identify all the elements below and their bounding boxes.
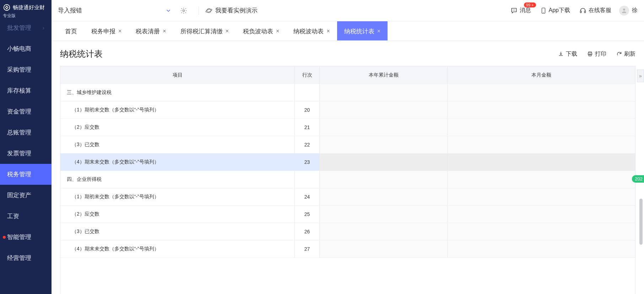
table-row[interactable]: （1）期初未交数（多交数以“-”号填列）20 xyxy=(60,101,635,119)
scrollbar[interactable] xyxy=(639,199,643,245)
tab[interactable]: 税务申报× xyxy=(84,21,129,41)
sidebar-item[interactable]: 小畅电商 xyxy=(0,38,52,59)
brand-name: 畅捷通好业财 xyxy=(13,4,45,11)
sidebar-nav: 批发管理 › 小畅电商采购管理库存核算资金管理总账管理发票管理税务管理固定资产工… xyxy=(0,22,52,294)
close-icon[interactable]: × xyxy=(276,28,279,34)
table-row[interactable]: （3）已交数22 xyxy=(60,136,635,154)
sidebar-item[interactable]: 工资 xyxy=(0,206,52,227)
sidebar-item[interactable]: 发票管理 xyxy=(0,143,52,164)
svg-rect-15 xyxy=(589,54,591,56)
col-header-month: 本月金额 xyxy=(448,66,635,84)
svg-rect-10 xyxy=(580,11,581,12)
tabs: 首页税务申报×税表清册×所得税汇算清缴×税负波动表×纳税波动表×纳税统计表× xyxy=(52,21,644,41)
messages-badge: 99 + xyxy=(524,2,536,7)
tab[interactable]: 税表清册× xyxy=(129,21,173,41)
expand-handle[interactable]: » xyxy=(637,70,644,82)
avatar[interactable] xyxy=(619,6,629,16)
sidebar-item[interactable]: 税务管理 xyxy=(0,164,52,185)
content: 纳税统计表 下载 打印 刷新 xyxy=(52,41,644,294)
svg-point-1 xyxy=(6,7,7,8)
svg-point-4 xyxy=(205,8,212,13)
svg-point-6 xyxy=(514,10,514,10)
tab[interactable]: 首页 xyxy=(58,21,84,41)
print-button[interactable]: 打印 xyxy=(587,50,606,58)
sidebar: 畅捷通好业财 专业版 批发管理 › 小畅电商采购管理库存核算资金管理总账管理发票… xyxy=(0,0,52,294)
print-icon xyxy=(587,51,593,57)
table-row[interactable]: （1）期初未交数（多交数以“-”号填列）24 xyxy=(60,188,635,206)
svg-point-9 xyxy=(543,12,544,13)
close-icon[interactable]: × xyxy=(226,28,229,34)
col-header-item: 项目 xyxy=(60,66,295,84)
username: 徐 xyxy=(632,7,638,14)
svg-rect-11 xyxy=(584,11,585,12)
table-row[interactable]: （4）期末未交数（多交数以“-”号填列）27 xyxy=(60,240,635,258)
table-row[interactable]: （3）已交数26 xyxy=(60,223,635,240)
svg-point-7 xyxy=(514,10,515,10)
notification-dot-icon xyxy=(3,236,6,239)
close-icon[interactable]: × xyxy=(377,28,380,34)
brand-edition: 专业版 xyxy=(0,13,52,22)
gear-icon[interactable] xyxy=(180,7,187,14)
table-row[interactable]: 四、企业所得税 xyxy=(60,171,635,188)
demo-link[interactable]: 我要看实例演示 xyxy=(205,6,258,15)
col-header-year: 本年累计金额 xyxy=(320,66,448,84)
close-icon[interactable]: × xyxy=(118,28,121,34)
divider xyxy=(199,6,199,15)
table-body: 三、城乡维护建设税（1）期初未交数（多交数以“-”号填列）20（2）应交数21（… xyxy=(60,84,635,294)
sidebar-item[interactable]: 库存核算 xyxy=(0,80,52,101)
sidebar-item[interactable]: 采购管理 xyxy=(0,59,52,80)
messages-button[interactable]: 消息 99 + xyxy=(510,7,531,14)
headset-icon xyxy=(579,7,586,14)
sidebar-item-cut[interactable]: 批发管理 › xyxy=(0,22,52,38)
refresh-icon xyxy=(616,51,622,57)
support-button[interactable]: 在线客服 xyxy=(579,7,611,14)
app-download-button[interactable]: App下载 xyxy=(540,7,570,14)
chevron-right-icon: » xyxy=(639,73,642,79)
context-select[interactable]: 导入报错 xyxy=(58,6,175,15)
close-icon[interactable]: × xyxy=(326,28,330,34)
svg-point-2 xyxy=(183,10,185,11)
sidebar-item[interactable]: 总账管理 xyxy=(0,122,52,143)
main: 导入报错 我要看实例演示 消息 99 + xyxy=(52,0,644,294)
chevron-down-icon xyxy=(165,7,172,14)
sidebar-item[interactable]: 经营管理 xyxy=(0,248,52,268)
table-row[interactable]: （2）应交数21 xyxy=(60,119,635,136)
svg-point-12 xyxy=(623,9,625,11)
phone-icon xyxy=(540,7,547,14)
brand-logo-icon xyxy=(3,4,11,11)
refresh-button[interactable]: 刷新 xyxy=(616,50,635,58)
year-tag[interactable]: 202 xyxy=(632,175,644,183)
table-row[interactable]: （2）应交数25 xyxy=(60,206,635,223)
tab[interactable]: 税负波动表× xyxy=(236,21,286,41)
download-icon xyxy=(558,51,564,57)
tab[interactable]: 所得税汇算清缴× xyxy=(173,21,236,41)
tab[interactable]: 纳税统计表× xyxy=(337,21,388,41)
planet-icon xyxy=(205,7,212,14)
table-row[interactable]: 三、城乡维护建设税 xyxy=(60,84,635,101)
chevron-icon: › xyxy=(42,24,44,32)
page-header: 纳税统计表 下载 打印 刷新 xyxy=(60,41,635,66)
context-select-label: 导入报错 xyxy=(58,6,82,15)
sidebar-item[interactable]: 固定资产 xyxy=(0,185,52,206)
download-button[interactable]: 下载 xyxy=(558,50,577,58)
tab[interactable]: 纳税波动表× xyxy=(286,21,337,41)
sidebar-item[interactable]: 智能管理 xyxy=(0,227,52,248)
close-icon[interactable]: × xyxy=(163,28,166,34)
table-row[interactable]: （4）期末未交数（多交数以“-”号填列）23 xyxy=(60,154,635,171)
col-header-line: 行次 xyxy=(295,66,320,84)
table-header: 项目 行次 本年累计金额 本月金额 xyxy=(60,66,635,84)
message-icon xyxy=(510,7,518,14)
sidebar-item[interactable]: 资金管理 xyxy=(0,101,52,122)
tax-table: 项目 行次 本年累计金额 本月金额 三、城乡维护建设税（1）期初未交数（多交数以… xyxy=(60,66,635,294)
brand: 畅捷通好业财 xyxy=(0,0,52,13)
topbar: 导入报错 我要看实例演示 消息 99 + xyxy=(52,0,644,21)
page-title: 纳税统计表 xyxy=(60,48,103,60)
svg-point-5 xyxy=(513,10,513,10)
